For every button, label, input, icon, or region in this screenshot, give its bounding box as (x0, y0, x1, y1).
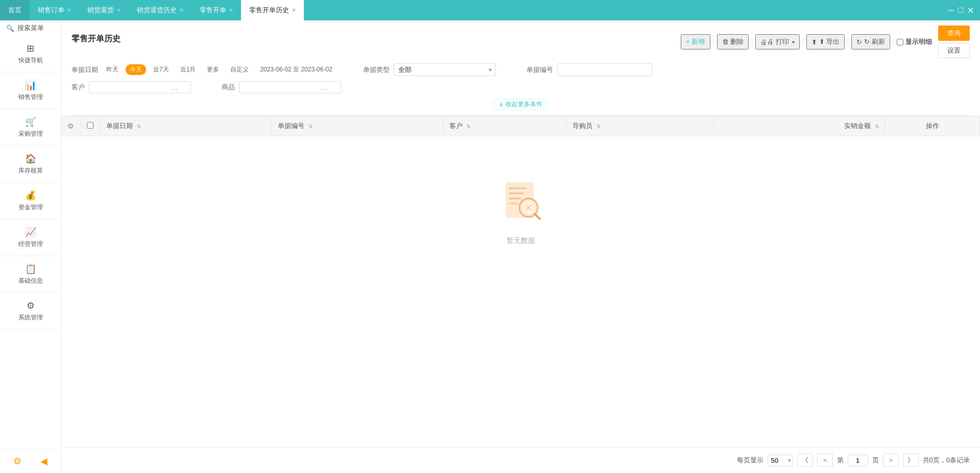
sidebar-item-sales-mgmt[interactable]: 📊 销售管理 (0, 72, 61, 109)
sidebar-item-inventory[interactable]: 🏠 库存核算 (0, 146, 61, 183)
search-icon: 🔍 (6, 24, 14, 32)
customer-dots-icon[interactable]: ... (169, 83, 180, 92)
date-last1m[interactable]: 近1月 (176, 64, 200, 75)
window-max-icon[interactable]: □ (958, 6, 963, 15)
header-actions: + 新增 🗑 删除 🖨 🖨 打印 ▾ ⬆ ⬆ 导出 (681, 34, 932, 49)
table-area: ⚙ 单据日期 ⇅ 单据编号 ⇅ (61, 116, 980, 447)
th-amount: 实销金额 ⇅ (714, 116, 886, 136)
sidebar-search[interactable]: 🔍 搜索菜单 (0, 20, 61, 36)
sidebar-item-purchase-mgmt[interactable]: 🛒 采购管理 (0, 109, 61, 146)
date-last7[interactable]: 近7天 (149, 64, 173, 75)
svg-rect-1 (509, 187, 527, 189)
divider4 (848, 38, 848, 45)
display-detail-checkbox[interactable] (897, 39, 903, 45)
tab-sales-return-history[interactable]: 销货退货历史 × (129, 0, 192, 20)
docno-input[interactable] (557, 63, 652, 76)
filter-row-2: 客户 ... 商品 ... (71, 81, 970, 93)
customer-input-wrap[interactable]: ... (89, 81, 191, 93)
tab-sales-return-history-close[interactable]: × (180, 7, 183, 14)
content-area: 零售开单历史 + 新增 🗑 删除 🖨 🖨 打印 ▾ ⬆ ⬆ 导出 (61, 20, 980, 473)
sort-docno-icon[interactable]: ⇅ (308, 123, 313, 129)
finance-icon: 💰 (25, 190, 36, 201)
type-select[interactable]: 全部 普通零售 会员零售 (394, 63, 496, 76)
tab-sales-order[interactable]: 销售订单 × (30, 0, 79, 20)
window-min-icon[interactable]: ─ (948, 6, 954, 15)
page-size-select[interactable]: 50 20 100 200 (768, 455, 793, 466)
window-close-icon[interactable]: ✕ (967, 6, 974, 15)
sidebar-item-operation[interactable]: 📈 经营管理 (0, 219, 61, 256)
page-number-input[interactable] (848, 455, 868, 466)
date-yesterday[interactable]: 昨天 (102, 64, 123, 75)
filter-row-1: 单据日期 昨天 今天 近7天 近1月 更多 自定义 2023-06-02 至 2… (71, 63, 970, 76)
tab-sales-order-close[interactable]: × (67, 7, 71, 14)
th-checkbox (81, 116, 100, 136)
tab-sales-return[interactable]: 销货退货 × (79, 0, 129, 20)
sort-guide-icon[interactable]: ⇅ (596, 123, 601, 129)
export-button[interactable]: ⬆ ⬆ 导出 (806, 34, 845, 49)
table-settings-icon[interactable]: ⚙ (67, 122, 74, 130)
last-page-button[interactable]: 》 (903, 454, 919, 467)
empty-state: 暂无数据 (61, 136, 980, 286)
top-nav: 首页 销售订单 × 销货退货 × 销货退货历史 × 零售开单 × 零售开单历史 … (0, 0, 980, 20)
tab-home[interactable]: 首页 (0, 0, 30, 20)
date-today[interactable]: 今天 (126, 64, 146, 75)
type-select-wrap: 全部 普通零售 会员零售 (394, 63, 496, 76)
sys-mgmt-icon: ⚙ (27, 300, 35, 311)
sort-amount-icon[interactable]: ⇅ (875, 123, 879, 129)
select-all-checkbox[interactable] (87, 122, 93, 129)
print-button[interactable]: 🖨 🖨 打印 ▾ (755, 34, 800, 49)
tab-retail-open-history-close[interactable]: × (292, 7, 296, 14)
sort-customer-icon[interactable]: ⇅ (466, 123, 470, 129)
delete-button[interactable]: 🗑 删除 (717, 34, 749, 49)
settings-button[interactable]: 设置 (938, 43, 970, 58)
svg-rect-2 (509, 192, 524, 194)
th-settings: ⚙ (61, 116, 81, 136)
purchase-mgmt-icon: 🛒 (25, 116, 36, 128)
quick-nav-icon: ⊞ (27, 43, 34, 54)
first-page-button[interactable]: 《 (797, 454, 813, 467)
date-custom[interactable]: 自定义 (226, 64, 253, 75)
filter-customer: 客户 ... (71, 81, 191, 93)
display-detail-checkbox-wrap[interactable]: 显示明细 (897, 37, 932, 46)
main-layout: 🔍 搜索菜单 ⊞ 快捷导航 📊 销售管理 🛒 采购管理 🏠 库存核算 💰 资金管… (0, 20, 980, 473)
window-controls: ─ □ ✕ (948, 6, 980, 15)
next-page-button[interactable]: ＞ (883, 454, 899, 467)
sales-mgmt-icon: 📊 (25, 80, 36, 91)
customer-input[interactable] (92, 84, 169, 91)
goods-dots-icon[interactable]: ... (319, 83, 330, 92)
settings-footer-icon[interactable]: ⚙ (13, 456, 21, 467)
tab-retail-open-history[interactable]: 零售开单历史 × (241, 0, 304, 20)
goods-input[interactable] (243, 84, 319, 91)
collapse-sidebar-icon[interactable]: ◀ (40, 456, 47, 467)
svg-rect-4 (509, 203, 519, 205)
divider5 (893, 38, 894, 45)
sort-date-icon[interactable]: ⇅ (137, 123, 141, 129)
filter-docno: 单据编号 (527, 63, 652, 76)
collapse-icon: ∧ (499, 101, 504, 108)
page-title: 零售开单历史 (71, 34, 121, 44)
sidebar-item-quick-nav[interactable]: ⊞ 快捷导航 (0, 36, 61, 72)
svg-rect-3 (509, 197, 521, 200)
table-header: ⚙ 单据日期 ⇅ 单据编号 ⇅ (61, 116, 980, 136)
sidebar-item-basic-info[interactable]: 📋 基础信息 (0, 256, 61, 293)
tab-sales-return-close[interactable]: × (117, 7, 121, 14)
sidebar-item-finance[interactable]: 💰 资金管理 (0, 183, 61, 219)
filter-area: 单据日期 昨天 今天 近7天 近1月 更多 自定义 2023-06-02 至 2… (71, 63, 970, 116)
goods-input-wrap[interactable]: ... (239, 81, 341, 93)
empty-icon (495, 177, 546, 228)
date-more[interactable]: 更多 (203, 64, 223, 75)
refresh-button[interactable]: ↻ ↻ 刷新 (851, 34, 890, 49)
operation-icon: 📈 (25, 227, 36, 238)
prev-page-button[interactable]: ＜ (817, 454, 833, 467)
tab-retail-open-close[interactable]: × (229, 7, 233, 14)
query-button[interactable]: 查询 (938, 26, 970, 41)
sidebar-item-sys-mgmt[interactable]: ⚙ 系统管理 (0, 293, 61, 330)
tab-retail-open[interactable]: 零售开单 × (192, 0, 241, 20)
th-date: 单据日期 ⇅ (100, 116, 272, 136)
th-guide: 导购员 ⇅ (566, 116, 714, 136)
add-button[interactable]: + 新增 (681, 34, 710, 49)
print-dropdown-icon[interactable]: ▾ (792, 39, 795, 45)
inventory-icon: 🏠 (25, 153, 36, 164)
basic-info-icon: 📋 (25, 263, 36, 275)
collapse-button[interactable]: ∧ 收起更多条件 (492, 98, 549, 110)
